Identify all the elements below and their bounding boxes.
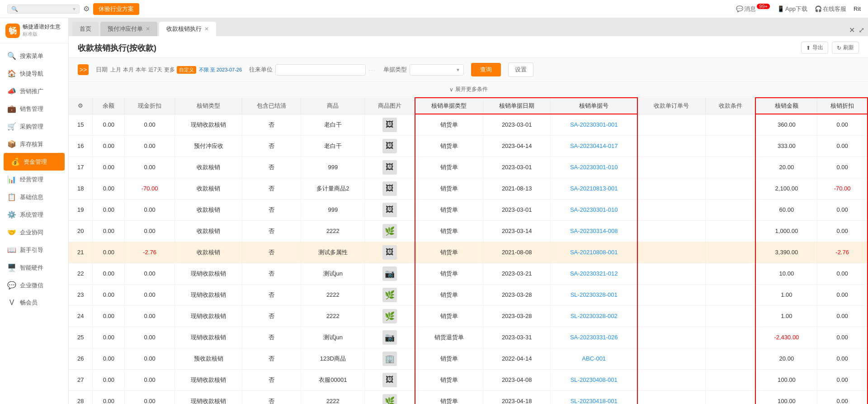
tab-prepay[interactable]: 预付冲应付单 ✕ (100, 22, 157, 36)
sidebar-item-system[interactable]: ⚙️系统管理 (0, 206, 68, 223)
sidebar-label-sales: 销售管理 (20, 105, 43, 113)
cell-receipt-condition (705, 284, 755, 305)
search-input-area[interactable]: 🔍 ▾ (7, 5, 80, 14)
sidebar-label-system: 系统管理 (20, 211, 43, 219)
partner-dots: ··· (368, 67, 376, 73)
bill-no-link[interactable]: SA-20210813-001 (570, 185, 618, 192)
sidebar-item-purchase[interactable]: 🛒采购管理 (0, 118, 68, 135)
sidebar-item-search[interactable]: 🔍搜索菜单 (0, 47, 68, 65)
page-content: 收款核销执行(按收款) ⬆ 导出 ↻ 刷新 >> 日期 (69, 36, 868, 404)
cell-balance: 0.00 (93, 114, 125, 135)
bill-no-link[interactable]: SA-20230331-026 (570, 334, 618, 341)
cell-bill-date: 2023-03-28 (483, 284, 551, 305)
expand-tab-icon[interactable]: ⤢ (859, 26, 864, 34)
data-table: ⚙ 余额 现金折扣 核销类型 包含已结清 商品 商品图片 核销单据类型 核销单据… (69, 97, 868, 404)
cell-receipt-condition (705, 369, 755, 390)
cell-write-off-amount: 360.00 (755, 114, 817, 135)
sidebar-item-enterprise[interactable]: 🤝企业协同 (0, 223, 68, 241)
cell-write-off-discount: 0.00 (817, 305, 868, 327)
bill-no-link[interactable]: SA-20230414-017 (570, 143, 618, 149)
sidebar-item-inventory[interactable]: 📦库存核算 (0, 135, 68, 153)
sidebar-item-guide[interactable]: 📖新手引导 (0, 241, 68, 259)
bill-no-link[interactable]: SL-20230328-002 (571, 313, 618, 319)
cell-goods-img: 🖼 (365, 199, 415, 220)
bill-no-link[interactable]: SA-20230301-001 (570, 121, 618, 128)
cell-bill-type: 销货单 (415, 390, 483, 404)
bill-no-link[interactable]: SA-20210808-001 (570, 249, 618, 256)
partner-input[interactable] (275, 64, 366, 76)
user-name[interactable]: Rit (854, 5, 861, 12)
goods-thumbnail: 🖼 (382, 160, 397, 175)
date-more[interactable]: 更多 (164, 66, 175, 74)
logo-text-area: 畅捷通谱好生意 标准版 (23, 24, 61, 38)
cell-id: 22 (69, 263, 93, 284)
sidebar-label-wechat: 企业微信 (20, 281, 43, 290)
cell-bill-no: SL-20230328-001 (551, 284, 637, 305)
close-tab-icon[interactable]: ✕ (849, 26, 855, 34)
gear-icon[interactable]: ⚙ (83, 5, 90, 13)
col-settings[interactable]: ⚙ (69, 98, 93, 114)
sidebar-item-basic[interactable]: 📋基础信息 (0, 188, 68, 206)
tab-prepay-close[interactable]: ✕ (146, 26, 150, 32)
tab-writeoff[interactable]: 收款核销执行 ✕ (159, 22, 216, 36)
messages-area[interactable]: 💬 消息 99+ (736, 5, 770, 13)
cell-receipt-condition (705, 199, 755, 220)
solution-button[interactable]: 休验行业方案 (93, 3, 139, 15)
settings-button[interactable]: 设置 (508, 62, 533, 77)
app-download[interactable]: 📱 App下载 (777, 5, 807, 13)
cell-bill-date: 2023-03-21 (483, 263, 551, 284)
sidebar-item-business[interactable]: 📊经营管理 (0, 171, 68, 188)
date-this-month[interactable]: 本月 (123, 66, 134, 74)
tab-writeoff-label: 收款核销执行 (166, 25, 202, 33)
sidebar-item-wechat[interactable]: 💬企业微信 (0, 276, 68, 294)
refresh-button[interactable]: ↻ 刷新 (832, 42, 859, 54)
bill-no-link[interactable]: ABC-001 (582, 355, 606, 362)
cell-bill-type: 销货单 (415, 135, 483, 157)
export-button[interactable]: ⬆ 导出 (801, 42, 828, 54)
cell-receipt-condition (705, 263, 755, 284)
date-7days[interactable]: 近7天 (148, 66, 162, 74)
cell-goods: 2222 (301, 220, 365, 242)
cell-bill-type: 销货单 (415, 263, 483, 284)
bill-no-link[interactable]: SL-20230328-001 (571, 291, 618, 298)
bill-no-link[interactable]: SA-20230321-012 (570, 270, 618, 277)
cell-write-off-type: 收款核销 (175, 242, 242, 263)
cell-receipt-condition (705, 327, 755, 348)
col-bill-no: 核销单据号 (551, 98, 637, 114)
query-button[interactable]: 查询 (471, 63, 501, 76)
cell-cash-discount: 0.00 (125, 348, 175, 369)
sidebar-item-quick-nav[interactable]: 🏠快捷导航 (0, 65, 68, 82)
sidebar-item-finance[interactable]: 💰资金管理 (4, 153, 65, 171)
cell-bill-date: 2023-03-01 (483, 114, 551, 135)
sidebar-item-sales[interactable]: 💼销售管理 (0, 100, 68, 118)
cell-bill-date: 2023-04-18 (483, 390, 551, 404)
date-last-month[interactable]: 上月 (110, 66, 121, 74)
bill-no-link[interactable]: SA-20230301-010 (570, 206, 618, 213)
tab-home[interactable]: 首页 (72, 22, 99, 36)
tab-writeoff-close[interactable]: ✕ (204, 26, 209, 32)
online-service[interactable]: 🎧 在线客服 (815, 5, 846, 13)
cell-cash-discount: 0.00 (125, 305, 175, 327)
expand-more-btn[interactable]: ∨ 展开更多条件 (449, 84, 488, 95)
cell-bill-type: 销货单 (415, 178, 483, 199)
bill-no-link[interactable]: SA-20230301-010 (570, 164, 618, 171)
cell-goods: 衣服00001 (301, 369, 365, 390)
cell-bill-type: 销货单 (415, 369, 483, 390)
cell-id: 19 (69, 199, 93, 220)
cell-bill-type: 销货单 (415, 242, 483, 263)
main-content: 首页 预付冲应付单 ✕ 收款核销执行 ✕ ✕ ⤢ 收款核销执行(按收款) (69, 18, 868, 404)
business-icon: 📊 (7, 175, 16, 184)
bill-no-link[interactable]: SL-20230418-001 (571, 398, 618, 404)
sidebar-item-member[interactable]: V畅会员 (0, 294, 68, 311)
cell-bill-no: SA-20230414-017 (551, 135, 637, 157)
bill-no-link[interactable]: SL-20230408-001 (571, 376, 618, 383)
cell-write-off-type: 现销收款核销 (175, 284, 242, 305)
cell-cash-discount: 0.00 (125, 135, 175, 157)
bill-no-link[interactable]: SA-20230314-008 (570, 228, 618, 234)
filter-expand-button[interactable]: >> (78, 64, 89, 75)
receipt-type-select[interactable] (410, 64, 464, 76)
sidebar-item-hardware[interactable]: 🖥️智能硬件 (0, 259, 68, 276)
sidebar-item-marketing[interactable]: 📣营销推广 (0, 82, 68, 100)
date-custom[interactable]: 自定义 (177, 66, 196, 74)
date-this-year[interactable]: 本年 (136, 66, 146, 74)
